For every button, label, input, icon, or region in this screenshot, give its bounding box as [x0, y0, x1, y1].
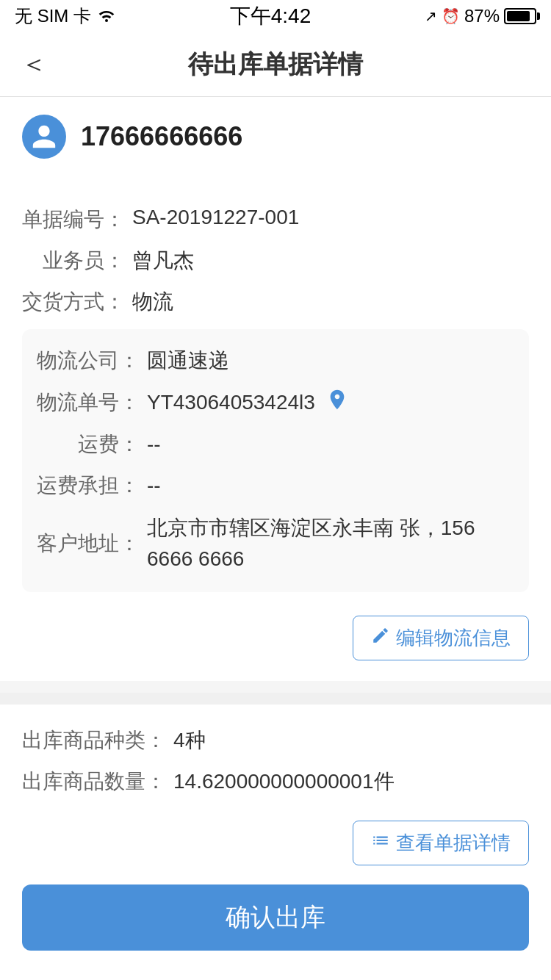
goods-section: 出库商品种类： 4种 出库商品数量： 14.620000000000001件 查…: [0, 705, 551, 886]
address-row: 客户地址： 北京市市辖区海淀区永丰南 张，156 6666 6666: [37, 513, 514, 574]
salesman-label: 业务员：: [22, 247, 125, 275]
delivery-value: 物流: [132, 288, 529, 316]
logistics-company-value: 圆通速递: [147, 347, 514, 375]
salesman-value: 曾凡杰: [132, 247, 529, 275]
edit-logistics-button[interactable]: 编辑物流信息: [353, 616, 529, 660]
location-map-icon[interactable]: [325, 388, 349, 417]
freight-row: 运费： --: [37, 430, 514, 458]
freight-label: 运费：: [37, 430, 140, 458]
goods-quantity-label: 出库商品数量：: [22, 768, 166, 796]
page-wrapper: 无 SIM 卡 下午4:42 ↗ ⏰ 87% ＜ 待出库单据详情: [0, 0, 551, 980]
status-bar: 无 SIM 卡 下午4:42 ↗ ⏰ 87%: [0, 0, 551, 32]
freight-value: --: [147, 433, 514, 456]
avatar: [22, 115, 66, 159]
edit-btn-label: 编辑物流信息: [396, 625, 511, 651]
section-divider: [0, 693, 551, 705]
order-number-row: 单据编号： SA-20191227-001: [22, 206, 529, 234]
address-value: 北京市市辖区海淀区永丰南 张，156 6666 6666: [147, 513, 514, 574]
edit-icon: [371, 626, 390, 650]
freight-bear-row: 运费承担： --: [37, 472, 514, 500]
address-label: 客户地址：: [37, 530, 140, 558]
tracking-label: 物流单号：: [37, 389, 140, 417]
goods-quantity-value: 14.620000000000001件: [173, 768, 395, 796]
confirm-outbound-button[interactable]: 确认出库: [22, 884, 529, 951]
order-number-label: 单据编号：: [22, 206, 125, 234]
view-details-button[interactable]: 查看单据详情: [353, 821, 529, 865]
wifi-icon: [97, 6, 116, 26]
logistics-company-label: 物流公司：: [37, 347, 140, 375]
view-btn-row: 查看单据详情: [22, 809, 529, 871]
freight-bear-label: 运费承担：: [37, 472, 140, 500]
order-info-section: 单据编号： SA-20191227-001 业务员： 曾凡杰 交货方式： 物流 …: [0, 184, 551, 681]
tracking-row: 物流单号： YT43064053424l3: [37, 388, 514, 417]
dashed-divider: [0, 176, 551, 184]
status-right: ↗ ⏰ 87%: [425, 6, 536, 26]
customer-phone: 17666666666: [81, 121, 242, 152]
logistics-card: 物流公司： 圆通速递 物流单号： YT43064053424l3 运费： -- …: [22, 329, 529, 592]
goods-type-label: 出库商品种类：: [22, 727, 166, 754]
battery-percent: 87%: [464, 6, 500, 26]
page-title: 待出库单据详情: [188, 48, 363, 82]
delivery-label: 交货方式：: [22, 288, 125, 316]
customer-header: 17666666666: [0, 97, 551, 176]
goods-type-value: 4种: [173, 727, 206, 754]
goods-quantity-row: 出库商品数量： 14.620000000000001件: [22, 768, 529, 796]
tracking-number: YT43064053424l3: [147, 391, 315, 414]
location-status-icon: ↗: [425, 7, 437, 25]
bottom-btn-wrapper: 确认出库: [0, 873, 551, 980]
delivery-row: 交货方式： 物流: [22, 288, 529, 316]
view-btn-label: 查看单据详情: [396, 830, 511, 856]
salesman-row: 业务员： 曾凡杰: [22, 247, 529, 275]
alarm-icon: ⏰: [442, 7, 460, 25]
status-left: 无 SIM 卡: [15, 4, 116, 28]
person-icon: [30, 123, 58, 151]
tracking-number-row: YT43064053424l3: [140, 388, 349, 417]
battery-icon: [504, 8, 536, 24]
back-button[interactable]: ＜: [21, 46, 47, 82]
nav-bar: ＜ 待出库单据详情: [0, 32, 551, 97]
goods-type-row: 出库商品种类： 4种: [22, 727, 529, 754]
freight-bear-value: --: [147, 474, 514, 497]
status-time: 下午4:42: [230, 2, 311, 30]
list-icon: [371, 831, 390, 855]
order-number-value: SA-20191227-001: [132, 206, 529, 229]
carrier-text: 无 SIM 卡: [15, 4, 91, 28]
logistics-company-row: 物流公司： 圆通速递: [37, 347, 514, 375]
edit-btn-row: 编辑物流信息: [22, 604, 529, 666]
